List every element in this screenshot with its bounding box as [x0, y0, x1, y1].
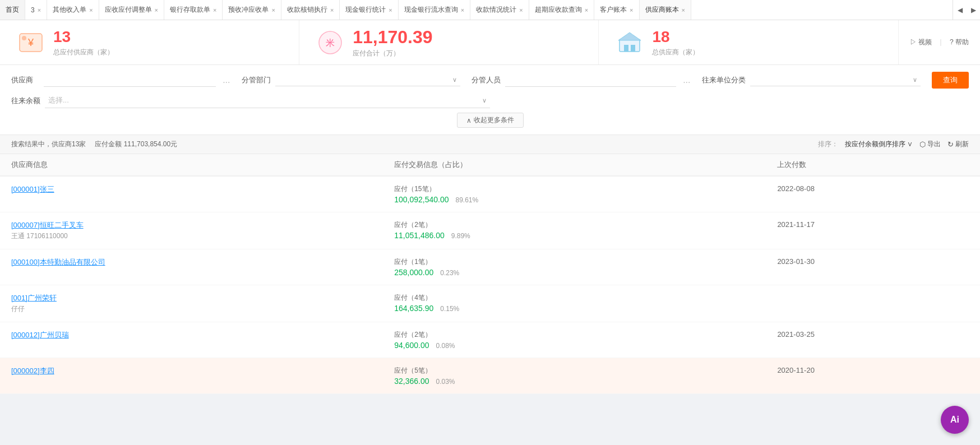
links-divider: ｜	[937, 38, 944, 47]
top-navigation: 首页 3 × 其他收入单 × 应收应付调整单 × 银行存取款单 × 预收冲应收单…	[0, 0, 980, 20]
nav-tab-receipt-stat-close[interactable]: ×	[519, 7, 523, 13]
tx-label-3: 应付（1笔）	[394, 257, 777, 267]
nav-tab-customer-ledger-close[interactable]: ×	[630, 7, 633, 13]
tx-label-5: 应付（2笔）	[394, 330, 777, 340]
supplier-sub-2: 王通 17106110000	[11, 231, 394, 241]
top-right-links: ▷ 视频 ｜ ? 帮助	[899, 20, 980, 64]
nav-tab-bank-deposit-close[interactable]: ×	[213, 7, 216, 13]
video-link[interactable]: ▷ 视频	[910, 38, 932, 47]
nav-tab-ar-ap-adjust[interactable]: 应收应付调整单 ×	[99, 0, 164, 20]
balance-filter-select[interactable]: 选择... ∨	[45, 93, 490, 108]
nav-tab-3-close[interactable]: ×	[38, 7, 41, 13]
tx-cell-6: 应付（5笔） 32,366.00 0.03%	[394, 366, 777, 386]
supplier-filter-label: 供应商	[11, 75, 39, 85]
nav-tab-cash-bank-flow-close[interactable]: ×	[461, 7, 464, 13]
total-suppliers-icon	[616, 29, 644, 57]
nav-tab-customer-ledger-label: 客户账本	[600, 5, 627, 15]
tx-amount-2[interactable]: 11,051,486.00	[394, 231, 445, 240]
tx-amount-6[interactable]: 32,366.00	[394, 377, 429, 386]
supplier-filter-dots[interactable]: ...	[223, 75, 230, 85]
nav-tab-cash-bank-flow[interactable]: 现金银行流水查询 ×	[399, 0, 470, 20]
nav-tab-3[interactable]: 3 ×	[25, 0, 47, 20]
person-filter-dots[interactable]: ...	[683, 75, 690, 85]
last-pay-date-5: 2021-03-25	[777, 330, 815, 339]
filter-item-category: 往来单位分类 ∨	[702, 74, 921, 86]
nav-tab-advance-offset[interactable]: 预收冲应收单 ×	[223, 0, 281, 20]
stat-label-total-suppliers: 总供应商（家）	[652, 48, 699, 57]
supplier-name-5[interactable]: [000012]广州贝瑞	[11, 330, 394, 340]
balance-filter-label: 往来余额	[11, 96, 40, 106]
supplier-name-3[interactable]: [000100]本特勤油品有限公司	[11, 257, 394, 267]
dept-filter-select[interactable]: ∨	[275, 74, 461, 86]
nav-tab-receipt-stat[interactable]: 收款情况统计 ×	[470, 0, 529, 20]
table-row: [000002]李四 应付（5笔） 32,366.00 0.03% 2020-1…	[0, 358, 980, 394]
last-pay-cell-5: 2021-03-25	[777, 330, 969, 339]
help-link[interactable]: ? 帮助	[950, 38, 969, 47]
supplier-cell-6: [000002]李四	[11, 366, 394, 376]
tx-percent-4: 0.15%	[440, 305, 459, 313]
nav-tab-overdue-ar-close[interactable]: ×	[585, 7, 588, 13]
result-bar-right: 排序： 按应付余额倒序排序 ∨ ⬡ 导出 ↻ 刷新	[818, 140, 969, 149]
nav-tab-customer-ledger[interactable]: 客户账本 ×	[594, 0, 639, 20]
supplier-name-1[interactable]: [000001]张三	[11, 184, 394, 194]
refresh-label: 刷新	[955, 140, 969, 149]
nav-tab-bank-deposit[interactable]: 银行存取款单 ×	[164, 0, 223, 20]
person-filter-input[interactable]	[505, 73, 676, 87]
filter-item-supplier: 供应商 ...	[11, 73, 230, 87]
supplier-name-2[interactable]: [000007]恒旺二手叉车	[11, 220, 394, 230]
filter-row-2: 往来余额 选择... ∨	[11, 93, 969, 108]
payable-suppliers-icon: ¥	[17, 29, 45, 57]
supplier-cell-2: [000007]恒旺二手叉车 王通 17106110000	[11, 220, 394, 241]
supplier-cell-5: [000012]广州贝瑞	[11, 330, 394, 340]
sort-arrow-icon: ∨	[907, 140, 913, 148]
nav-tab-supplier-ledger-close[interactable]: ×	[682, 7, 685, 13]
last-pay-cell-3: 2023-01-30	[777, 257, 969, 266]
refresh-button[interactable]: ↻ 刷新	[947, 140, 969, 149]
nav-tab-ar-ap-adjust-close[interactable]: ×	[155, 7, 158, 13]
supplier-cell-4: [001]广州荣轩 仔仔	[11, 293, 394, 314]
nav-arrow-left[interactable]: ◀	[953, 0, 967, 20]
last-pay-cell-1: 2022-08-08	[777, 184, 969, 193]
tx-amount-3[interactable]: 258,000.00	[394, 268, 433, 277]
tx-amount-4[interactable]: 164,635.90	[394, 304, 433, 313]
stat-item-total-suppliers: 18 总供应商（家）	[599, 20, 898, 64]
export-icon: ⬡	[919, 140, 926, 149]
stat-number-payable-suppliers: 13	[53, 27, 114, 47]
export-button[interactable]: ⬡ 导出	[919, 140, 941, 149]
tx-cell-5: 应付（2笔） 94,600.00 0.08%	[394, 330, 777, 350]
sort-value[interactable]: 按应付余额倒序排序 ∨	[845, 140, 913, 149]
last-pay-date-3: 2023-01-30	[777, 257, 815, 266]
export-label: 导出	[927, 140, 941, 149]
nav-tab-advance-offset-close[interactable]: ×	[271, 7, 275, 13]
tx-amount-5[interactable]: 94,600.00	[394, 341, 429, 350]
table-row: [000001]张三 应付（15笔） 100,092,540.00 89.61%…	[0, 177, 980, 212]
nav-tab-other-income-close[interactable]: ×	[89, 7, 93, 13]
supplier-filter-input[interactable]	[44, 73, 216, 87]
nav-tab-cash-bank-stat[interactable]: 现金银行统计 ×	[340, 0, 398, 20]
nav-tab-receipt-exec-close[interactable]: ×	[330, 7, 334, 13]
nav-tab-cash-bank-stat-close[interactable]: ×	[389, 7, 392, 13]
supplier-name-4[interactable]: [001]广州荣轩	[11, 293, 394, 303]
table-body: [000001]张三 应付（15笔） 100,092,540.00 89.61%…	[0, 177, 980, 394]
nav-tab-supplier-ledger[interactable]: 供应商账本 ×	[640, 0, 691, 20]
stat-content-total-suppliers: 18 总供应商（家）	[652, 27, 699, 57]
tx-amount-1[interactable]: 100,092,540.00	[394, 195, 449, 204]
supplier-name-6[interactable]: [000002]李四	[11, 366, 394, 376]
nav-tab-home[interactable]: 首页	[0, 0, 25, 20]
sort-value-text: 按应付余额倒序排序	[845, 140, 905, 148]
category-filter-select[interactable]: ∨	[750, 74, 921, 86]
nav-tab-receipt-exec[interactable]: 收款核销执行 ×	[281, 0, 340, 20]
svg-rect-5	[620, 39, 640, 52]
tx-cell-3: 应付（1笔） 258,000.00 0.23%	[394, 257, 777, 277]
search-button[interactable]: 查询	[932, 72, 969, 89]
stat-item-payable-suppliers: ¥ 13 总应付供应商（家）	[0, 20, 299, 64]
nav-tab-other-income-label: 其他收入单	[53, 5, 86, 15]
collapse-button[interactable]: ∧ 收起更多条件	[457, 113, 524, 128]
nav-arrows: ◀ ▶	[953, 0, 980, 20]
last-pay-date-1: 2022-08-08	[777, 184, 815, 193]
nav-tab-overdue-ar[interactable]: 超期应收款查询 ×	[529, 0, 594, 20]
nav-arrow-right[interactable]: ▶	[967, 0, 980, 20]
nav-tab-other-income[interactable]: 其他收入单 ×	[47, 0, 99, 20]
tx-percent-3: 0.23%	[440, 269, 459, 277]
category-filter-arrow: ∨	[913, 76, 917, 84]
